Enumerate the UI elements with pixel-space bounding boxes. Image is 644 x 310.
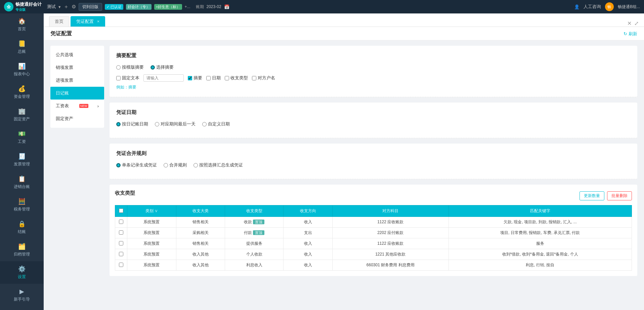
row-checkbox-2[interactable] [119,230,123,235]
tab-close-icon[interactable]: × [97,19,100,24]
sidebar-item-fund[interactable]: 💰 资金管理 [0,81,44,104]
checkbox-counterpart[interactable]: 对方户名 [252,75,275,81]
update-count-button[interactable]: 更新数量 [579,191,604,200]
tag-top-1[interactable]: 置顶 [253,220,264,224]
cell-keywords-4: 收到*借款, 收到*备用金, 退回*备用金, 个人 [448,249,632,260]
cell-subject-1: 1122 应收账款 [332,217,448,228]
cell-subject-3: 1122 应收账款 [332,238,448,249]
sidebar-label-ledger: 总账 [18,49,26,54]
calendar-icon[interactable]: 📅 [224,4,229,9]
radio-template[interactable]: 按模版摘要 [116,64,144,70]
select-all-checkbox[interactable] [119,208,123,213]
date-label: 日期 [212,75,221,81]
left-nav-fixed-asset[interactable]: 固定资产 [50,112,104,125]
checkbox-counterpart-input[interactable] [252,76,256,80]
radio-custom-date-input[interactable] [202,122,207,126]
row-checkbox-3[interactable] [119,241,123,245]
radio-summary-gen[interactable]: 按照选择汇总生成凭证 [194,162,243,168]
cell-category-3: 系统预置 [127,238,176,249]
fixed-text-input[interactable] [143,74,184,82]
radio-custom-date[interactable]: 自定义日期 [202,121,230,127]
sidebar-item-invoice[interactable]: 🧾 发票管理 [0,149,44,171]
summary-label: 摘要 [194,75,202,81]
user-avatar[interactable]: 畅 [605,2,614,11]
radio-period-last-input[interactable] [155,122,159,126]
guide-icon: ▶ [19,288,24,295]
left-nav-salary-table[interactable]: 工资表 NEW › [50,100,104,112]
th-subject: 对方科目 [332,205,448,217]
sidebar-item-archive[interactable]: 🗂️ 归档管理 [0,239,44,261]
fund-icon: 💰 [18,85,26,92]
radio-journal-date-input[interactable] [116,122,121,126]
radio-merge-rule[interactable]: 合并规则 [164,162,187,168]
sidebar-label-invoice: 发票管理 [14,161,30,167]
voucher-date-section: 凭证日期 按日记账日期 对应期间最后一天 自定义日期 [110,103,637,138]
radio-period-last[interactable]: 对应期间最后一天 [155,121,196,127]
cell-subject-2: 2202 应付账款 [332,228,448,238]
th-checkbox[interactable] [115,205,127,217]
checkbox-fixed-text-input[interactable] [116,76,121,80]
tab-voucher-config[interactable]: 凭证配置 × [71,16,105,27]
sidebar-item-salary[interactable]: 💵 工资 [0,126,44,149]
cell-keywords-1: 欠款, 现金, 项目款, 到款, 报销款, 汇入, ... [448,217,632,228]
checkbox-fixed-text[interactable]: 固定文本 [116,75,139,81]
sidebar-item-report[interactable]: 📊 报表中心 [0,59,44,81]
tag-haokuai: 好会计（专） [126,4,152,10]
radio-select-input[interactable] [151,65,155,70]
sidebar-item-settings[interactable]: ⚙️ 设置 [0,261,44,284]
cell-keywords-5: 利息, 行转, 按自 [448,260,632,271]
window-expand-button[interactable]: ⤢ [634,20,639,27]
radio-journal-date[interactable]: 按日记账日期 [116,121,148,127]
add-button[interactable]: ＋ [63,3,69,10]
sidebar-item-tax[interactable]: 🧮 税务管理 [0,194,44,216]
sidebar-label-fund: 资金管理 [14,94,30,100]
switch-version-button[interactable]: 切到旧版 [79,3,102,11]
cell-direction-2: 支出 [284,228,333,238]
sidebar-item-member[interactable]: 👑 畅会员 [0,306,44,310]
sidebar-item-home[interactable]: 🏠 首页 [0,13,44,36]
radio-single-input[interactable] [116,163,121,167]
tag-top-2[interactable]: 置顶 [253,230,264,235]
counterpart-label: 对方户名 [258,75,275,81]
radio-merge-rule-input[interactable] [164,163,168,167]
radio-select[interactable]: 选择摘要 [151,64,174,70]
cell-direction-4: 收入 [284,249,333,260]
tag-haoshengyi: +好生意（标） [154,4,182,10]
radio-single[interactable]: 单条记录生成凭证 [116,162,157,168]
home-icon: 🏠 [18,17,26,25]
sidebar-item-guide[interactable]: ▶ 新手引导 [0,284,44,306]
checkbox-summary[interactable]: 摘要 [188,75,202,81]
sidebar-item-ledger[interactable]: 📒 总账 [0,36,44,59]
checkbox-pay-type-input[interactable] [225,76,229,80]
refresh-button[interactable]: ↻ 刷新 [624,31,637,37]
sidebar-label-salary: 工资 [18,139,26,145]
checkbox-date[interactable]: 日期 [206,75,221,81]
row-checkbox-5[interactable] [119,263,123,267]
checkbox-pay-type[interactable]: 收支类型 [225,75,248,81]
checkbox-date-input[interactable] [206,76,211,80]
checkbox-summary-input[interactable] [188,76,192,80]
sidebar-item-asset[interactable]: 🏢 固定资产 [0,104,44,126]
batch-delete-button[interactable]: 批量删除 [607,191,632,200]
cell-direction-1: 收入 [284,217,333,228]
row-checkbox-4[interactable] [119,252,123,256]
main-content: 公共选项 销项发票 进项发票 日记账 工资表 NEW › 固定资产 摘要配置 [44,40,644,310]
voucher-date-title: 凭证日期 [116,109,631,116]
tab-home[interactable]: 首页 [49,16,69,27]
service-btn[interactable]: 人工咨询 [584,4,601,10]
top-bar-right: 👤 人工咨询 畅 畅捷通B组... [574,2,640,11]
left-nav-sales[interactable]: 销项发票 [50,61,104,74]
left-nav-journal[interactable]: 日记账 [50,87,104,100]
window-close-button[interactable]: ✕ [627,20,632,27]
radio-template-input[interactable] [116,65,121,70]
settings-button[interactable]: ⚙ [72,4,76,10]
row-checkbox-1[interactable] [119,220,123,224]
company-arrow-icon[interactable]: ▾ [58,4,61,9]
sidebar-item-close[interactable]: 🔒 结账 [0,216,44,239]
sidebar-item-purchase[interactable]: 📋 进销台账 [0,171,44,194]
radio-summary-gen-input[interactable] [194,163,198,167]
ledger-icon: 📒 [18,40,26,47]
left-nav-purchase-inv[interactable]: 进项发票 [50,74,104,87]
left-nav-public[interactable]: 公共选项 [50,48,104,61]
cell-type-2: 付款 置顶 [225,228,284,238]
